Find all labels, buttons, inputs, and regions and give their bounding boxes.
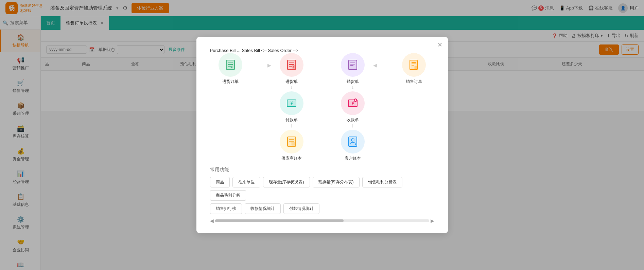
scroll-controls: ◀ ▶ (210, 218, 434, 223)
arrow-down-pay: ↓ (271, 123, 312, 128)
scroll-right-button[interactable]: ▶ (431, 218, 434, 223)
supplier-ledger-node: 供应商账本 (271, 130, 312, 161)
payment-bill-label: 付款单 (285, 117, 298, 123)
arrow-down-pb: ↓ (271, 85, 312, 90)
customer-ledger-node: 客户账本 (332, 130, 373, 161)
customer-ledger-circle[interactable] (341, 130, 365, 154)
scroll-track[interactable] (215, 219, 429, 222)
modal-scroll: ◀ ▶ (210, 217, 434, 226)
purchase-order-label: 进货订单 (222, 79, 239, 85)
func-btn-stock-status[interactable]: 现存量(库存状况表) (263, 177, 310, 187)
common-functions-title: 常用功能 (210, 167, 434, 173)
purchase-order-node: 进货订单 (210, 53, 251, 85)
modal-body: Purchase Bill ... Sales Bill <-- Sales O… (196, 37, 448, 233)
common-functions: 常用功能 商品 往来单位 现存量(库存状况表) 现存量(库存分布表) 销售毛利分… (210, 167, 434, 214)
flow-row-1: 进货订单 ▶ (210, 53, 434, 85)
flow-row-3: 供应商账本 客户账本 (210, 130, 434, 161)
scroll-thumb (215, 219, 344, 222)
func-btn-partners[interactable]: 往来单位 (232, 177, 260, 187)
func-btn-payment-stats[interactable]: 付款情况统计 (283, 203, 319, 214)
modal-close-button[interactable]: ✕ (437, 41, 442, 49)
flow-modal: ✕ Purchase Bill ... Sales Bill <-- Sales… (196, 37, 448, 233)
flow-row-arrows-2: ↓ ↓ (210, 123, 434, 128)
customer-ledger-label: 客户账本 (345, 156, 361, 161)
function-btns-row1: 商品 往来单位 现存量(库存状况表) 现存量(库存分布表) 销售毛利分析表 商品… (210, 177, 434, 201)
svg-rect-23 (415, 66, 418, 69)
flow-row-2: ¥ 付款单 ¥ (210, 91, 434, 123)
purchase-bill-circle[interactable] (280, 53, 303, 77)
svg-rect-13 (349, 60, 357, 70)
arrow-down-sb: ↓ (332, 85, 373, 90)
func-btn-stock-dist[interactable]: 现存量(库存分布表) (313, 177, 360, 187)
purchase-bill-node: 进货单 (271, 53, 312, 85)
svg-text:¥: ¥ (290, 101, 293, 106)
flow-row-arrows: ↓ ↓ (210, 85, 434, 90)
supplier-ledger-circle[interactable] (280, 130, 303, 154)
func-btn-receipt-stats[interactable]: 收款情况统计 (245, 203, 281, 214)
receipt-bill-node: ¥ 收款单 (332, 91, 373, 123)
sales-order-circle[interactable] (402, 53, 426, 77)
scroll-left-button[interactable]: ◀ (210, 218, 214, 223)
function-btns-row2: 销售排行榜 收款情况统计 付款情况统计 (210, 203, 434, 214)
svg-rect-38 (292, 142, 295, 145)
sales-order-node: 销售订单 (394, 53, 434, 85)
func-btn-sales-ranking[interactable]: 销售排行榜 (210, 203, 242, 214)
func-btn-product-profit[interactable]: 商品毛利分析 (210, 190, 246, 201)
func-btn-sales-profit-analysis[interactable]: 销售毛利分析表 (362, 177, 402, 187)
flow-diagram: Purchase Bill ... Sales Bill <-- Sales O… (210, 48, 434, 161)
arrow-down-rec: ↓ (332, 123, 373, 128)
sales-bill-circle[interactable] (341, 53, 365, 77)
sales-bill-node: 销货单 (332, 53, 373, 85)
payment-bill-node: ¥ 付款单 (271, 91, 312, 123)
func-btn-products[interactable]: 商品 (210, 177, 230, 187)
purchase-bill-label: 进货单 (285, 79, 298, 85)
payment-bill-circle[interactable]: ¥ (280, 91, 303, 115)
svg-rect-39 (349, 137, 357, 146)
sales-order-label: 销售订单 (406, 79, 422, 85)
arrow-po-to-pb: ▶ (251, 62, 271, 68)
svg-text:¥: ¥ (351, 101, 354, 106)
modal-overlay[interactable]: ✕ Purchase Bill ... Sales Bill <-- Sales… (0, 0, 644, 270)
receipt-bill-circle[interactable]: ¥ (341, 91, 365, 115)
receipt-bill-label: 收款单 (347, 117, 359, 123)
sales-bill-label: 销货单 (347, 79, 359, 85)
arrow-so-to-sb: ◀ (373, 62, 394, 68)
purchase-order-circle[interactable] (219, 53, 242, 77)
supplier-ledger-label: 供应商账本 (281, 156, 302, 161)
